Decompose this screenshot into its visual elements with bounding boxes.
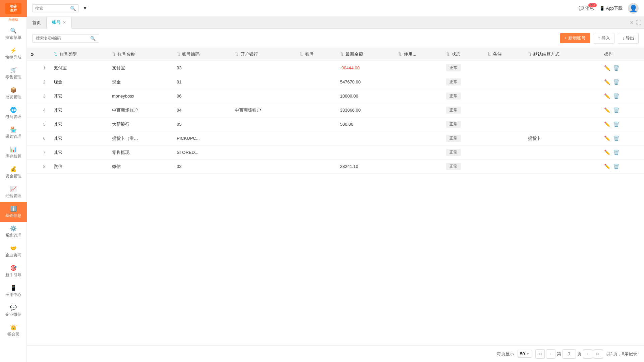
row-account bbox=[297, 145, 337, 160]
next-page-button[interactable]: › bbox=[583, 349, 592, 359]
col-name[interactable]: ⇅ 账号名称 bbox=[109, 48, 174, 61]
sidebar-item-member[interactable]: 👑 畅会员 bbox=[0, 321, 27, 341]
col-remark-label: 备注 bbox=[493, 52, 502, 57]
col-gear[interactable]: ⚙ bbox=[27, 48, 38, 61]
row-name: 支付宝 bbox=[109, 61, 174, 75]
prev-page-button[interactable]: ‹ bbox=[546, 349, 555, 359]
tab-account-close[interactable]: ✕ bbox=[63, 20, 66, 25]
row-default-settle bbox=[525, 103, 601, 117]
sidebar-item-capital-manage[interactable]: 💰 资金管理 bbox=[0, 163, 27, 182]
row-actions: ✏️ 🗑️ bbox=[601, 61, 644, 75]
topbar-search[interactable]: 🔍 bbox=[32, 4, 79, 12]
sidebar-item-newbie-guide[interactable]: 🎯 新手引导 bbox=[0, 261, 27, 281]
tab-home[interactable]: 首页 bbox=[27, 17, 47, 29]
delete-button[interactable]: 🗑️ bbox=[613, 65, 620, 71]
topbar-search-input[interactable] bbox=[35, 6, 69, 11]
row-type: 微信 bbox=[51, 160, 109, 174]
first-page-button[interactable]: ⏮ bbox=[535, 349, 545, 359]
sidebar-item-enterprise-agreement[interactable]: 🤝 企业协同 bbox=[0, 242, 27, 261]
delete-button[interactable]: 🗑️ bbox=[613, 135, 620, 141]
sidebar-item-basic-info[interactable]: ℹ️ 基础信息 bbox=[0, 202, 27, 222]
col-default-settle[interactable]: ⇅ 默认结算方式 bbox=[525, 48, 601, 61]
tab-account[interactable]: 账号 ✕ bbox=[47, 17, 72, 29]
edit-button[interactable]: ✏️ bbox=[604, 164, 610, 170]
row-bank bbox=[232, 61, 297, 75]
last-page-button[interactable]: ⏭ bbox=[594, 349, 603, 359]
delete-button[interactable]: 🗑️ bbox=[613, 107, 620, 113]
import-button[interactable]: ↑ 导入 bbox=[594, 33, 614, 44]
edit-button[interactable]: ✏️ bbox=[604, 107, 610, 113]
sidebar-item-label: 基础信息 bbox=[5, 213, 21, 219]
row-actions: ✏️ 🗑️ bbox=[601, 131, 644, 145]
phone-icon: 📱 bbox=[599, 6, 605, 11]
row-gear-cell bbox=[27, 145, 38, 160]
col-type[interactable]: ⇅ 账号类型 bbox=[51, 48, 109, 61]
edit-button[interactable]: ✏️ bbox=[604, 65, 610, 71]
sidebar-item-enterprise-wechat[interactable]: 💬 企业微信 bbox=[0, 301, 27, 321]
edit-button[interactable]: ✏️ bbox=[604, 121, 610, 127]
page-size-selector[interactable]: 50 ▼ bbox=[518, 350, 532, 358]
tab-close-icon[interactable]: ✕ bbox=[630, 19, 634, 26]
sidebar-item-ecommerce-manage[interactable]: 🌐 电商管理 bbox=[0, 103, 27, 123]
table-search-box[interactable]: 🔍 bbox=[32, 34, 99, 43]
app-download-button[interactable]: 📱 App下载 bbox=[599, 5, 623, 11]
row-index: 6 bbox=[38, 131, 51, 145]
row-remark bbox=[485, 61, 525, 75]
col-bank[interactable]: ⇅ 开户银行 bbox=[232, 48, 297, 61]
row-index: 1 bbox=[38, 61, 51, 75]
sidebar-item-purchase-manage[interactable]: 🏪 采购管理 bbox=[0, 123, 27, 143]
delete-button[interactable]: 🗑️ bbox=[613, 79, 620, 85]
tab-expand-icon[interactable]: ⛶ bbox=[636, 20, 641, 26]
edit-button[interactable]: ✏️ bbox=[604, 149, 610, 156]
sidebar-item-retail-manage[interactable]: 🛒 零售管理 bbox=[0, 64, 27, 83]
row-actions: ✏️ 🗑️ bbox=[601, 117, 644, 131]
sidebar-item-system-manage[interactable]: ⚙️ 系统管理 bbox=[0, 222, 27, 242]
col-balance-sort-icon: ⇅ bbox=[340, 52, 344, 57]
delete-button[interactable]: 🗑️ bbox=[613, 149, 620, 156]
page-number-input[interactable] bbox=[562, 349, 576, 359]
row-type: 支付宝 bbox=[51, 61, 109, 75]
row-type: 其它 bbox=[51, 145, 109, 160]
delete-button[interactable]: 🗑️ bbox=[613, 121, 620, 127]
message-icon: 💬 bbox=[579, 6, 584, 11]
col-balance[interactable]: ⇅ 最新余额 bbox=[337, 48, 396, 61]
col-account[interactable]: ⇅ 账号 bbox=[297, 48, 337, 61]
sidebar-item-app-center[interactable]: 📱 应用中心 bbox=[0, 281, 27, 301]
avatar-image: 👤 bbox=[629, 4, 638, 12]
add-account-button[interactable]: + 新增账号 bbox=[560, 33, 590, 43]
table-search-input[interactable] bbox=[36, 36, 88, 41]
sidebar: 稻谷生鲜 乐惠版 🔍 搜索菜单 ⚡ 快捷导航 🛒 零售管理 📦 批发管理 🌐 电… bbox=[0, 0, 27, 362]
col-remark[interactable]: ⇅ 备注 bbox=[485, 48, 525, 61]
action-buttons: ✏️ 🗑️ bbox=[604, 149, 641, 156]
action-buttons: ✏️ 🗑️ bbox=[604, 121, 641, 127]
row-gear-cell bbox=[27, 131, 38, 145]
table-row: 1 支付宝 支付宝 03 -90444.00 正常 ✏️ 🗑️ bbox=[27, 61, 644, 75]
user-avatar[interactable]: 👤 bbox=[628, 3, 639, 14]
sidebar-item-inventory-check[interactable]: 📊 库存核算 bbox=[0, 143, 27, 163]
edit-button[interactable]: ✏️ bbox=[604, 79, 610, 85]
row-balance: 10000.00 bbox=[337, 89, 396, 103]
topbar: 🔍 ▼ 💬 消息 99+ 📱 App下载 👤 bbox=[27, 0, 644, 17]
col-status[interactable]: ⇅ 状态 bbox=[443, 48, 485, 61]
topbar-dropdown[interactable]: ▼ bbox=[83, 6, 87, 11]
message-button[interactable]: 💬 消息 99+ bbox=[579, 5, 594, 11]
edit-button[interactable]: ✏️ bbox=[604, 135, 610, 141]
sidebar-item-quick-nav[interactable]: ⚡ 快捷导航 bbox=[0, 44, 27, 64]
delete-button[interactable]: 🗑️ bbox=[613, 164, 620, 170]
action-buttons: ✏️ 🗑️ bbox=[604, 107, 641, 113]
col-name-sort-icon: ⇅ bbox=[112, 52, 116, 57]
col-usage[interactable]: ⇅ 使用... bbox=[395, 48, 443, 61]
edit-button[interactable]: ✏️ bbox=[604, 93, 610, 99]
col-status-label: 状态 bbox=[452, 52, 461, 57]
row-code: 02 bbox=[174, 160, 232, 174]
delete-button[interactable]: 🗑️ bbox=[613, 93, 620, 99]
export-button[interactable]: ↓ 导出 bbox=[618, 33, 639, 44]
sidebar-item-wholesale-manage[interactable]: 📦 批发管理 bbox=[0, 83, 27, 103]
row-account bbox=[297, 103, 337, 117]
row-bank bbox=[232, 145, 297, 160]
col-code[interactable]: ⇅ 账号编码 bbox=[174, 48, 232, 61]
sidebar-item-ops-manage[interactable]: 📈 经营管理 bbox=[0, 182, 27, 202]
sidebar-item-search-menu[interactable]: 🔍 搜索菜单 bbox=[0, 24, 27, 44]
logo-inner: 稻谷生鲜 bbox=[5, 3, 21, 14]
col-type-sort-icon: ⇅ bbox=[54, 52, 57, 57]
